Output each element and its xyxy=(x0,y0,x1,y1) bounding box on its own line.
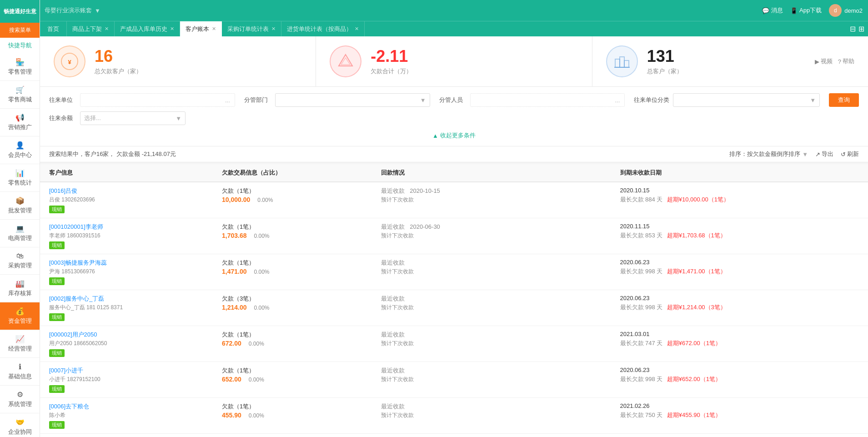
sidebar-item-retail-mall[interactable]: 🛒 零售商城 xyxy=(0,81,40,109)
table-row: [0006]去下粮仓 陈小希 现销 欠款（1笔） 455.90 0.00% 最 xyxy=(40,398,868,434)
filter-unit-category-label: 往来单位分类 xyxy=(634,96,669,104)
customer-name-2[interactable]: [0001020001]李老师 xyxy=(49,223,222,231)
overdue-link-7[interactable]: 超期¥455.90（1笔） xyxy=(667,412,721,418)
sidebar-item-operations[interactable]: 📈 经营管理 xyxy=(0,330,40,358)
collection-next-7: 预计下次收款 xyxy=(381,412,620,419)
system-icon: ⚙ xyxy=(2,390,38,399)
overdue-link-5[interactable]: 超期¥672.00（1笔） xyxy=(667,340,721,347)
col-header-collection: 回款情况 xyxy=(381,169,620,177)
debt-cell-3: 欠款（1笔） 1,471.00 0.00% xyxy=(222,259,381,275)
results-bar: 搜索结果中，客户16家， 欠款金额 -21,148.07元 排序：按欠款金额倒序… xyxy=(40,146,868,162)
debt-count-5: 欠款（1笔） xyxy=(222,331,381,339)
tab-stock-stats-close-icon[interactable]: ✕ xyxy=(355,26,359,32)
overdue-detail-2: 最长欠款 853 天 超期¥1,703.68（1笔） xyxy=(620,231,859,240)
sort-select[interactable]: 排序：按欠款金额倒序排序 ▼ xyxy=(729,150,808,158)
overdue-link-6[interactable]: 超期¥652.00（1笔） xyxy=(667,376,721,382)
table-header: 客户信息 欠款交易信息（占比） 回款情况 到期未收款日期 xyxy=(40,164,868,182)
customer-cell-4: [0002]服务中心_丁磊 服务中心_丁磊 181 0125 8371 现销 xyxy=(49,295,222,321)
collection-next-6: 预计下次收款 xyxy=(381,376,620,383)
collection-cell-1: 最近收款 2020-10-15 预计下次收款 xyxy=(381,187,620,204)
customer-cell-5: [000002]用户2050 用户2050 18665062050 现销 xyxy=(49,331,222,357)
overdue-link-3[interactable]: 超期¥1,471.00（1笔） xyxy=(667,268,726,275)
sidebar-item-members[interactable]: 👤 会员中心 xyxy=(0,136,40,164)
collapse-label: 收起更多条件 xyxy=(440,131,476,140)
debt-count-3: 欠款（1笔） xyxy=(222,259,381,267)
help-btn[interactable]: ? 帮助 xyxy=(838,57,854,65)
customer-tag-5: 现销 xyxy=(49,349,65,357)
unit-category-select[interactable]: ▼ xyxy=(673,93,820,107)
collection-last-2: 最近收款 2020-06-30 xyxy=(381,223,620,231)
customer-name-4[interactable]: [0002]服务中心_丁磊 xyxy=(49,295,222,303)
collection-cell-3: 最近收款 预计下次收款 xyxy=(381,259,620,276)
tab-purchase-order[interactable]: 采购订单统计表 ✕ xyxy=(222,21,281,37)
tab-products[interactable]: 商品上下架 ✕ xyxy=(67,21,115,37)
tabs-minimize-icon[interactable]: ⊟ xyxy=(850,25,856,33)
overdue-link-2[interactable]: 超期¥1,703.68（1笔） xyxy=(667,232,726,239)
tab-home[interactable]: 首页 xyxy=(40,21,67,37)
debt-row-2: 1,703.68 0.00% xyxy=(222,231,381,239)
user-profile-btn[interactable]: d demo2 xyxy=(829,4,863,17)
sidebar-item-retail-manage[interactable]: 🏪 零售管理 xyxy=(0,53,40,81)
tab-products-close-icon[interactable]: ✕ xyxy=(105,26,109,32)
sidebar-item-marketing[interactable]: 📢 营销推广 xyxy=(0,109,40,136)
sidebar: 畅捷通好生意 搜索菜单 快捷导航 🏪 零售管理 🛒 零售商城 📢 营销推广 👤 … xyxy=(0,0,40,437)
customer-name-7[interactable]: [0006]去下粮仓 xyxy=(49,402,222,411)
sidebar-item-finance[interactable]: 💰 资金管理 xyxy=(0,302,40,330)
debt-amount-6: 652.00 xyxy=(222,376,241,383)
message-btn[interactable]: 💬 消息 xyxy=(762,6,783,15)
stat-number-1: 16 xyxy=(95,47,142,65)
customer-name-5[interactable]: [000002]用户2050 xyxy=(49,331,222,339)
tab-customer-account[interactable]: 客户账本 ✕ xyxy=(180,21,222,37)
quick-nav-btn[interactable]: 快捷导航 xyxy=(0,38,40,53)
debt-row-7: 455.90 0.00% xyxy=(222,411,381,419)
customer-name-3[interactable]: [0003]畅捷服务尹海蕊 xyxy=(49,259,222,267)
sidebar-item-enterprise-collab[interactable]: 🤝 企业协同 xyxy=(0,413,40,437)
sidebar-item-retail-stats[interactable]: 📊 零售统计 xyxy=(0,164,40,192)
sidebar-item-batch-manage[interactable]: 📦 批发管理 xyxy=(0,192,40,220)
sidebar-item-system[interactable]: ⚙ 系统管理 xyxy=(0,386,40,413)
dropdown-arrow-icon[interactable]: ▼ xyxy=(95,7,100,14)
export-icon: ↗ xyxy=(815,151,820,158)
collection-cell-2: 最近收款 2020-06-30 预计下次收款 xyxy=(381,223,620,240)
sidebar-item-basic-info[interactable]: ℹ 基础信息 xyxy=(0,358,40,386)
tab-customer-account-close-icon[interactable]: ✕ xyxy=(212,26,216,32)
table-row: [0002]服务中心_丁磊 服务中心_丁磊 181 0125 8371 现销 欠… xyxy=(40,290,868,326)
tabs-maximize-icon[interactable]: ⊞ xyxy=(858,25,864,33)
filter-person: 分管人员 ... xyxy=(439,93,625,107)
tab-stock-stats[interactable]: 进货单统计表（按商品） ✕ xyxy=(281,21,365,37)
sort-label: 排序：按欠款金额倒序排序 xyxy=(729,150,800,158)
due-date-cell-2: 2020.11.15 最长欠款 853 天 超期¥1,703.68（1笔） xyxy=(620,223,859,240)
overdue-detail-1: 最长欠款 884 天 超期¥10,000.00（1笔） xyxy=(620,196,859,204)
debt-amount-2: 1,703.68 xyxy=(222,232,247,239)
balance-arrow-icon: ▼ xyxy=(176,115,181,122)
search-menu-btn[interactable]: 搜索菜单 xyxy=(0,23,40,38)
source-unit-input[interactable]: ... xyxy=(80,93,235,107)
customer-name-6[interactable]: [0007]小进千 xyxy=(49,367,222,375)
export-btn[interactable]: ↗ 导出 xyxy=(815,150,833,158)
balance-select[interactable]: 选择... ▼ xyxy=(80,111,186,125)
app-download-btn[interactable]: 📱 App下载 xyxy=(790,6,822,15)
tab-production-close-icon[interactable]: ✕ xyxy=(170,26,174,32)
sidebar-item-purchase[interactable]: 🛍 采购管理 xyxy=(0,247,40,275)
due-date-2: 2020.11.15 xyxy=(620,223,859,230)
person-input[interactable]: ... xyxy=(470,93,625,107)
due-date-7: 2021.02.26 xyxy=(620,402,859,409)
dept-select[interactable]: ▼ xyxy=(275,93,430,107)
customer-name-1[interactable]: [0016]吕俊 xyxy=(49,187,222,195)
overdue-link-1[interactable]: 超期¥10,000.00（1笔） xyxy=(667,196,729,203)
table-row: [000001]黄思源 黄思源 13552700226 现销 欠款（1笔） 42… xyxy=(40,434,868,437)
collapse-bar[interactable]: ▲ 收起更多条件 xyxy=(49,130,859,142)
sidebar-item-inventory[interactable]: 🏭 库存核算 xyxy=(0,275,40,302)
debt-amount-4: 1,214.00 xyxy=(222,304,247,311)
purchase-icon: 🛍 xyxy=(2,252,38,260)
refresh-btn[interactable]: ↺ 刷新 xyxy=(841,150,859,158)
debt-row-5: 672.00 0.00% xyxy=(222,339,381,347)
search-button[interactable]: 查询 xyxy=(829,93,859,107)
sidebar-item-ecommerce[interactable]: 💻 电商管理 xyxy=(0,220,40,247)
overdue-link-4[interactable]: 超期¥1,214.00（3笔） xyxy=(667,304,726,311)
top-bar: 母婴行业演示账套 ▼ 💬 消息 📱 App下载 d demo2 xyxy=(40,0,868,21)
tab-production[interactable]: 产成品入库单历史 ✕ xyxy=(115,21,180,37)
video-btn[interactable]: ▶ 视频 xyxy=(815,57,833,65)
tab-purchase-order-close-icon[interactable]: ✕ xyxy=(271,26,276,32)
debt-amount-1: 10,000.00 xyxy=(222,196,250,203)
